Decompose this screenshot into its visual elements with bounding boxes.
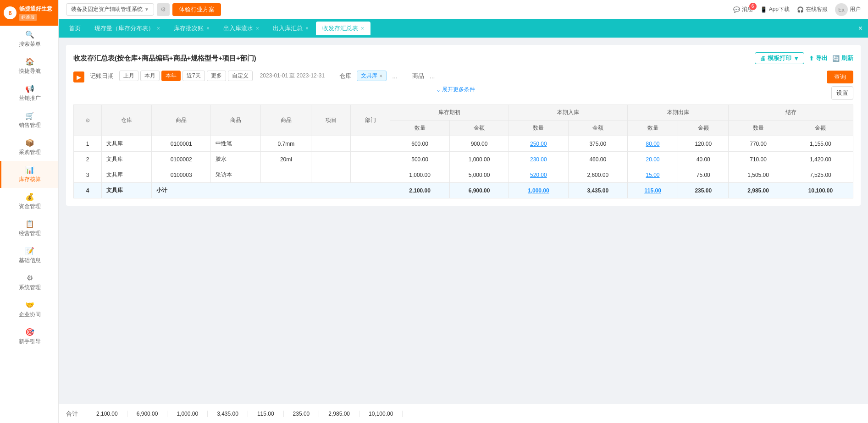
cell-project-2: [311, 167, 351, 183]
cell-out-qty-0[interactable]: 80.00: [627, 136, 678, 152]
filter-settings-button[interactable]: 设置: [831, 86, 853, 100]
tab-close-in-out-summary[interactable]: ×: [305, 25, 309, 32]
sidebar-item-guide[interactable]: 🎯新手引导: [0, 323, 58, 350]
sidebar-label-marketing: 营销推广: [19, 94, 41, 102]
cell-dept-2: [351, 167, 390, 183]
cell-in-qty-1[interactable]: 230.00: [509, 152, 568, 167]
cell-closing-qty-1: 710.00: [729, 152, 788, 167]
cell-out-qty-1[interactable]: 20.00: [627, 152, 678, 167]
th-in-qty: 数量: [509, 121, 568, 136]
tab-batch-ledger[interactable]: 库存批次账 ×: [167, 22, 216, 35]
cell-warehouse-0: 文具库: [102, 136, 152, 152]
settings-gear-icon[interactable]: ⚙: [157, 3, 170, 16]
sidebar-label-assets: 资金管理: [19, 203, 41, 210]
refresh-button[interactable]: 🔄 刷新: [832, 54, 853, 62]
cell-out-qty-2[interactable]: 15.00: [627, 167, 678, 183]
tab-in-out-summary[interactable]: 出入库汇总 ×: [266, 22, 315, 35]
warehouse-remove-icon[interactable]: ×: [379, 73, 382, 79]
sidebar-item-system[interactable]: ⚙系统管理: [0, 269, 58, 296]
tab-close-in-out-flow[interactable]: ×: [256, 25, 259, 32]
expand-more-button[interactable]: ⌄ 展开更多条件: [436, 86, 475, 93]
tab-close-batch-ledger[interactable]: ×: [206, 25, 210, 32]
online-service-action[interactable]: 🎧 在线客服: [797, 5, 828, 13]
sidebar-item-inventory[interactable]: 📊库存核算: [0, 161, 58, 188]
tab-receive-summary[interactable]: 收发存汇总表 ×: [316, 22, 370, 35]
cell-in-qty-2[interactable]: 520.00: [509, 167, 568, 183]
cell-spec-1: 20ml: [261, 152, 311, 167]
date-btn-5[interactable]: 自定义: [228, 71, 253, 81]
export-label: 导出: [816, 54, 828, 62]
expand-label: 展开更多条件: [442, 86, 475, 93]
subtotal-warehouse: 文具库: [102, 183, 152, 198]
system-selector[interactable]: 装备及固定资产辅助管理系统 ▼: [66, 3, 154, 16]
cooperation-icon: 🤝: [25, 301, 34, 309]
sidebar-item-cooperation[interactable]: 🤝企业协同: [0, 296, 58, 323]
goods-filter-label: 商品: [412, 72, 424, 80]
message-badge: 6: [749, 3, 757, 10]
sidebar-item-purchase[interactable]: 📦采购管理: [0, 134, 58, 161]
sidebar-item-basic-info[interactable]: 📝基础信息: [0, 242, 58, 269]
warehouse-more-icon[interactable]: ...: [392, 72, 398, 80]
date-btn-1[interactable]: 本月: [140, 71, 160, 81]
th-settings[interactable]: ⚙: [74, 105, 102, 136]
tab-close-inventory-dist[interactable]: ×: [157, 25, 160, 32]
sidebar-item-assets[interactable]: 💰资金管理: [0, 188, 58, 215]
subtotal-opening-qty: 2,100.00: [390, 183, 449, 198]
sidebar-item-sales[interactable]: 🛒销售管理: [0, 107, 58, 134]
tab-label-batch-ledger: 库存批次账: [174, 24, 204, 33]
sidebar-label-guide: 新手引导: [19, 338, 41, 346]
cell-in-amt-2: 2,600.00: [568, 167, 627, 183]
sidebar-logo: 6 畅捷通好生意 标准版: [0, 0, 58, 26]
th-goods-name: 商品: [211, 105, 261, 136]
tab-in-out-flow[interactable]: 出入库流水 ×: [217, 22, 265, 35]
export-button[interactable]: ⬆ 导出: [809, 54, 828, 62]
cell-opening-amt-1: 1,000.00: [449, 152, 509, 167]
sidebar-items-container: 🔍搜索菜单🏠快捷导航📢营销推广🛒销售管理📦采购管理📊库存核算💰资金管理📋经营管理…: [0, 26, 58, 350]
subtotal-out-qty[interactable]: 115.00: [627, 183, 678, 198]
tab-home[interactable]: 首页: [62, 22, 87, 35]
cell-project-0: [311, 136, 351, 152]
subtotal-in-qty[interactable]: 1,000.00: [509, 183, 568, 198]
subtotal-no: 4: [74, 183, 102, 198]
date-btn-0[interactable]: 上月: [119, 71, 138, 81]
filter-collapse-button[interactable]: ▶: [73, 71, 84, 82]
refresh-label: 刷新: [841, 54, 853, 62]
total-out-qty: 115.00: [248, 411, 284, 417]
quick-nav-icon: 🏠: [25, 57, 34, 66]
sidebar-item-operation[interactable]: 📋经营管理: [0, 215, 58, 242]
tab-inventory-dist[interactable]: 现存量（库存分布表） ×: [88, 22, 166, 35]
goods-more-icon[interactable]: ...: [430, 72, 435, 80]
date-btn-4[interactable]: 更多: [207, 71, 226, 81]
date-btn-2[interactable]: 本年: [161, 71, 181, 81]
query-button[interactable]: 查询: [827, 71, 853, 83]
sidebar-item-quick-nav[interactable]: 🏠快捷导航: [0, 53, 58, 80]
sidebar-item-search[interactable]: 🔍搜索菜单: [0, 26, 58, 53]
close-all-tabs-button[interactable]: ×: [857, 22, 864, 34]
cell-dept-0: [351, 136, 390, 152]
cell-in-qty-0[interactable]: 250.00: [509, 136, 568, 152]
cell-name-1: 胶水: [211, 152, 261, 167]
sidebar-label-cooperation: 企业协同: [19, 311, 41, 319]
logo-app-name: 畅捷通好生意: [19, 5, 52, 13]
total-in-amt: 3,435.00: [208, 411, 248, 417]
filter-container: ▶ 记账日期 上月本月本年近7天更多自定义 2023-01-01 至 2023-…: [73, 71, 853, 100]
table-gear-icon[interactable]: ⚙: [85, 117, 90, 124]
try-industry-button[interactable]: 体验行业方案: [172, 3, 221, 16]
app-download-action[interactable]: 📱 App下载: [760, 5, 790, 13]
user-action[interactable]: Ea 用户: [835, 3, 861, 16]
tab-close-receive-summary[interactable]: ×: [361, 25, 364, 32]
logo-text-block: 畅捷通好生意 标准版: [19, 5, 52, 21]
th-opening-qty: 数量: [390, 121, 449, 136]
cell-out-amt-2: 75.00: [678, 167, 729, 183]
tab-label-in-out-flow: 出入库流水: [223, 24, 253, 33]
cell-warehouse-2: 文具库: [102, 167, 152, 183]
subtotal-in-amt: 3,435.00: [568, 183, 627, 198]
total-label: 合计: [66, 410, 87, 418]
date-btn-3[interactable]: 近7天: [182, 71, 205, 81]
sidebar-item-marketing[interactable]: 📢营销推广: [0, 80, 58, 107]
message-action[interactable]: 💬 消息 6: [733, 5, 753, 13]
template-print-button[interactable]: 🖨 模板打印 ▼: [755, 52, 804, 64]
phone-icon: 📱: [760, 6, 767, 13]
marketing-icon: 📢: [25, 84, 34, 93]
cell-code-2: 0100003: [152, 167, 211, 183]
